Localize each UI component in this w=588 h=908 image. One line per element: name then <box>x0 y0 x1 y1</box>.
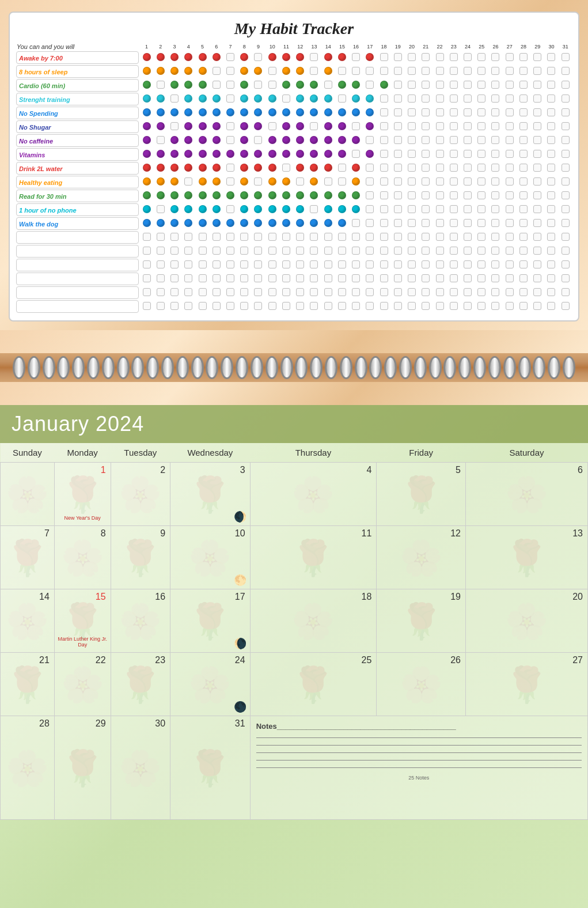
empty-box[interactable] <box>408 302 416 310</box>
habit-cell-6-27[interactable] <box>503 134 517 147</box>
filled-dot[interactable] <box>240 67 248 75</box>
habit-cell-5-24[interactable] <box>461 120 475 134</box>
empty-box[interactable] <box>184 177 192 186</box>
habit-cell-3-13[interactable] <box>307 92 321 106</box>
empty-box[interactable] <box>491 247 499 255</box>
habit-cell-13-9[interactable] <box>251 230 265 244</box>
empty-box[interactable] <box>533 108 541 116</box>
empty-box[interactable] <box>282 288 290 296</box>
empty-box[interactable] <box>491 108 499 116</box>
filled-dot[interactable] <box>254 108 262 116</box>
empty-box[interactable] <box>394 274 402 282</box>
empty-box[interactable] <box>226 205 234 213</box>
empty-box[interactable] <box>519 67 528 75</box>
empty-box[interactable] <box>408 136 416 144</box>
empty-box[interactable] <box>268 274 276 282</box>
empty-box[interactable] <box>562 67 570 75</box>
empty-box[interactable] <box>380 205 388 213</box>
habit-cell-0-4[interactable] <box>181 51 195 65</box>
habit-cell-3-28[interactable] <box>517 92 530 106</box>
empty-box[interactable] <box>143 274 151 282</box>
empty-box[interactable] <box>226 81 234 89</box>
filled-dot[interactable] <box>240 150 248 158</box>
empty-box[interactable] <box>296 260 304 268</box>
empty-box[interactable] <box>240 247 248 255</box>
filled-dot[interactable] <box>143 164 151 172</box>
filled-dot[interactable] <box>157 108 165 116</box>
habit-cell-9-10[interactable] <box>265 175 279 189</box>
habit-cell-3-21[interactable] <box>419 92 433 106</box>
habit-cell-18-9[interactable] <box>251 300 265 313</box>
empty-box[interactable] <box>310 122 318 130</box>
filled-dot[interactable] <box>254 219 262 227</box>
empty-box[interactable] <box>422 219 430 227</box>
habit-cell-2-28[interactable] <box>517 78 530 92</box>
habit-cell-18-10[interactable] <box>265 300 279 313</box>
empty-box[interactable] <box>240 274 248 282</box>
habit-cell-13-30[interactable] <box>544 230 558 244</box>
empty-box[interactable] <box>533 53 541 61</box>
habit-cell-2-19[interactable] <box>391 78 405 92</box>
habit-cell-2-17[interactable] <box>363 78 377 92</box>
filled-dot[interactable] <box>352 136 360 144</box>
empty-box[interactable] <box>562 219 570 227</box>
empty-box[interactable] <box>157 288 165 296</box>
habit-cell-9-20[interactable] <box>405 175 419 189</box>
habit-cell-2-26[interactable] <box>488 78 502 92</box>
empty-box[interactable] <box>408 67 416 75</box>
habit-cell-12-8[interactable] <box>237 217 251 230</box>
habit-cell-13-28[interactable] <box>517 230 530 244</box>
empty-box[interactable] <box>157 136 165 144</box>
empty-box[interactable] <box>519 108 528 116</box>
filled-dot[interactable] <box>226 191 234 199</box>
empty-box[interactable] <box>450 108 458 116</box>
filled-dot[interactable] <box>254 191 262 199</box>
habit-cell-4-18[interactable] <box>377 106 390 120</box>
habit-cell-16-22[interactable] <box>433 272 446 286</box>
filled-dot[interactable] <box>310 136 318 144</box>
habit-cell-16-27[interactable] <box>503 272 517 286</box>
habit-cell-1-3[interactable] <box>168 65 181 78</box>
habit-cell-4-27[interactable] <box>503 106 517 120</box>
habit-cell-11-24[interactable] <box>461 203 475 217</box>
empty-box[interactable] <box>491 94 499 103</box>
empty-box[interactable] <box>533 247 541 255</box>
habit-cell-6-6[interactable] <box>210 134 223 147</box>
habit-cell-15-30[interactable] <box>544 258 558 272</box>
habit-cell-6-29[interactable] <box>530 134 544 147</box>
habit-cell-0-15[interactable] <box>335 51 349 65</box>
habit-cell-11-23[interactable] <box>447 203 461 217</box>
filled-dot[interactable] <box>184 67 192 75</box>
filled-dot[interactable] <box>296 164 304 172</box>
empty-box[interactable] <box>491 260 499 268</box>
empty-box[interactable] <box>394 53 402 61</box>
empty-box[interactable] <box>547 136 555 144</box>
empty-box[interactable] <box>533 233 541 241</box>
habit-cell-2-9[interactable] <box>251 78 265 92</box>
habit-cell-4-11[interactable] <box>279 106 293 120</box>
filled-dot[interactable] <box>213 191 221 199</box>
filled-dot[interactable] <box>254 67 262 75</box>
habit-cell-15-6[interactable] <box>210 258 223 272</box>
empty-box[interactable] <box>477 274 485 282</box>
habit-cell-11-12[interactable] <box>293 203 307 217</box>
habit-cell-16-21[interactable] <box>419 272 433 286</box>
empty-box[interactable] <box>477 247 485 255</box>
habit-cell-6-25[interactable] <box>475 134 488 147</box>
filled-dot[interactable] <box>366 108 374 116</box>
habit-cell-11-16[interactable] <box>349 203 363 217</box>
habit-cell-15-18[interactable] <box>377 258 390 272</box>
habit-cell-8-31[interactable] <box>559 161 572 175</box>
empty-box[interactable] <box>450 205 458 213</box>
empty-box[interactable] <box>366 191 374 199</box>
empty-box[interactable] <box>380 247 388 255</box>
empty-box[interactable] <box>394 260 402 268</box>
habit-cell-7-29[interactable] <box>530 147 544 161</box>
filled-dot[interactable] <box>324 67 332 75</box>
habit-cell-7-7[interactable] <box>223 147 237 161</box>
habit-cell-13-22[interactable] <box>433 230 446 244</box>
empty-box[interactable] <box>296 177 304 186</box>
habit-cell-15-11[interactable] <box>279 258 293 272</box>
filled-dot[interactable] <box>143 219 151 227</box>
habit-cell-6-19[interactable] <box>391 134 405 147</box>
